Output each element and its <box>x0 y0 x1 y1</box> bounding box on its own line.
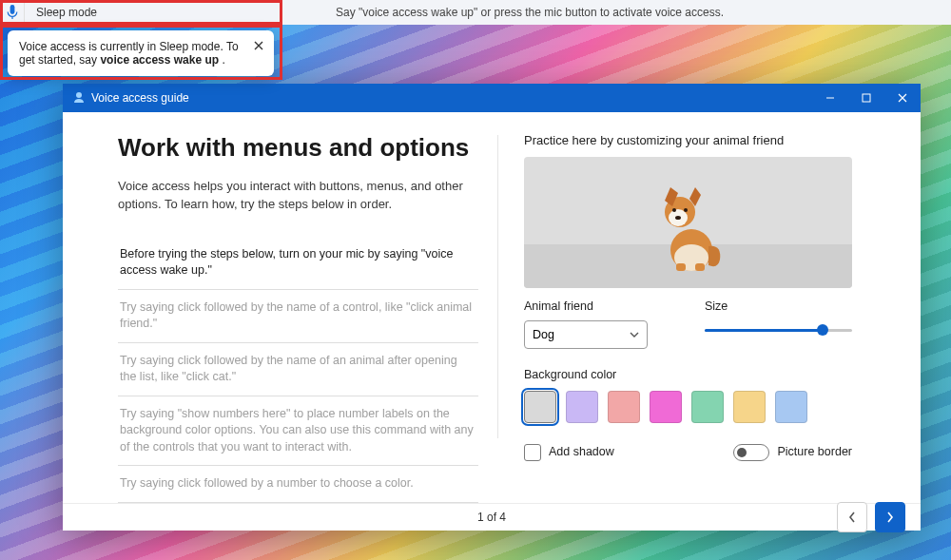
window-maximize-button[interactable] <box>848 84 884 112</box>
window-close-button[interactable] <box>884 84 921 112</box>
steps-list: Before trying the steps below, turn on y… <box>118 237 478 503</box>
step-item: Try saying click followed by the name of… <box>118 343 478 396</box>
animal-canvas[interactable] <box>524 157 852 288</box>
page-indicator: 1 of 4 <box>477 511 506 524</box>
step-item: Try saying click followed by a number to… <box>118 466 478 503</box>
add-shadow-option[interactable]: Add shadow <box>524 444 614 461</box>
mic-icon <box>6 5 19 20</box>
prev-button[interactable] <box>837 502 867 532</box>
chevron-left-icon <box>848 512 856 523</box>
size-label: Size <box>705 299 852 313</box>
intro-text: Voice access helps you interact with but… <box>118 178 478 214</box>
window-titlebar[interactable]: Voice access guide <box>63 84 921 112</box>
next-button[interactable] <box>875 502 905 532</box>
picture-border-option[interactable]: Picture border <box>733 444 852 461</box>
color-swatch[interactable] <box>691 391 724 423</box>
animal-friend-label: Animal friend <box>524 299 648 313</box>
dog-image <box>648 183 729 275</box>
chevron-right-icon <box>886 512 894 523</box>
svg-rect-9 <box>676 263 686 271</box>
app-icon <box>72 90 86 106</box>
svg-point-7 <box>684 208 688 212</box>
toggle-icon <box>733 444 769 461</box>
step-item: Try saying click followed by the name of… <box>118 290 478 343</box>
window-footer: 1 of 4 <box>63 503 921 531</box>
step-item: Try saying "show numbers here" to place … <box>118 396 478 467</box>
svg-point-8 <box>675 216 681 220</box>
step-item: Before trying the steps below, turn on y… <box>118 237 478 290</box>
page-heading: Work with menus and options <box>118 133 478 163</box>
close-icon <box>898 93 907 103</box>
animal-friend-select[interactable]: Dog <box>524 320 648 349</box>
minimize-icon <box>825 93 835 103</box>
color-swatch[interactable] <box>524 391 556 423</box>
color-swatch[interactable] <box>566 391 598 423</box>
tooltip-bold: voice access wake up <box>100 53 219 67</box>
svg-point-6 <box>672 208 676 212</box>
background-color-swatches <box>524 391 852 423</box>
tooltip-close-button[interactable] <box>251 38 266 53</box>
sleep-mode-tooltip: Voice access is currently in Sleep mode.… <box>8 30 274 76</box>
background-color-label: Background color <box>524 368 852 381</box>
svg-point-0 <box>76 92 82 98</box>
select-value: Dog <box>533 328 554 341</box>
picture-border-label: Picture border <box>777 445 852 458</box>
svg-rect-1 <box>863 94 870 102</box>
color-swatch[interactable] <box>775 391 807 423</box>
voice-access-guide-window: Voice access guide Work with menus and o… <box>63 84 921 531</box>
voice-access-hint: Say "voice access wake up" or press the … <box>108 6 951 19</box>
size-slider[interactable] <box>705 320 852 339</box>
window-title: Voice access guide <box>91 91 189 105</box>
maximize-icon <box>862 93 871 103</box>
checkbox-icon <box>524 444 541 461</box>
color-swatch[interactable] <box>650 391 682 423</box>
practice-label: Practice here by customizing your animal… <box>524 133 852 147</box>
add-shadow-label: Add shadow <box>549 445 614 458</box>
window-minimize-button[interactable] <box>812 84 848 112</box>
color-swatch[interactable] <box>608 391 640 423</box>
close-icon <box>254 41 263 50</box>
chevron-down-icon <box>630 332 639 338</box>
svg-rect-10 <box>695 263 705 271</box>
tooltip-suffix: . <box>219 53 225 67</box>
voice-access-status: Sleep mode <box>25 6 108 19</box>
color-swatch[interactable] <box>733 391 766 423</box>
mic-button[interactable] <box>0 0 25 25</box>
voice-access-topbar: Sleep mode Say "voice access wake up" or… <box>0 0 951 25</box>
